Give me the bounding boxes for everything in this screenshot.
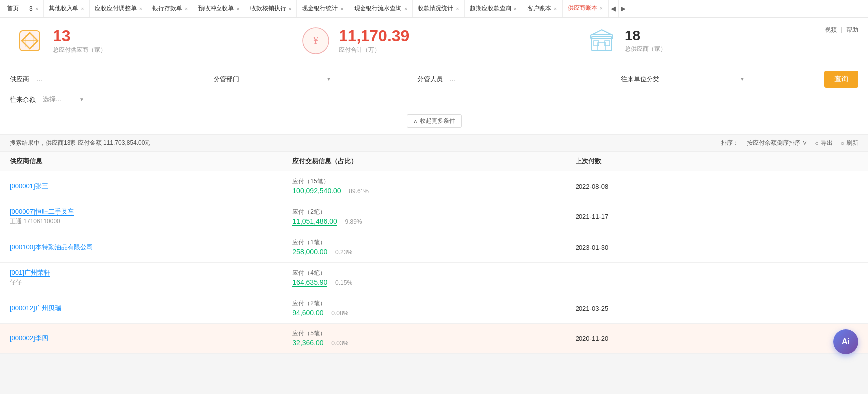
tx-amount-link[interactable]: 32,366.00 [292, 339, 323, 347]
nav-tab-bank-deposit[interactable]: 银行存款单 × [147, 0, 193, 18]
nav-tab-cash-bank-stats-label: 现金银行统计 [302, 4, 338, 13]
transaction-cell: 应付（1笔） 258,000.00 0.23% [292, 238, 575, 256]
svg-marker-13 [592, 30, 612, 35]
tx-pct: 0.15% [335, 279, 352, 286]
nav-arrow-right[interactable]: ▶ [618, 0, 628, 18]
nav-tab-customer-account-label: 客户账本 [527, 4, 551, 13]
nav-tab-overdue[interactable]: 超期应收款查询 × [465, 0, 522, 18]
supplier-link[interactable]: [000007]恒旺二手叉车 [10, 208, 74, 216]
transaction-cell: 应付（15笔） 100,092,540.00 89.61% [292, 177, 575, 195]
filter-balance: 往来余额 选择... ▼ [10, 93, 119, 106]
balance-select[interactable]: 选择... ▼ [40, 93, 119, 106]
export-icon: ○ [815, 140, 819, 147]
supplier-input[interactable] [34, 73, 206, 85]
balance-select-placeholder: 选择... [43, 95, 79, 104]
nav-tab-3-label: 3 [29, 5, 33, 12]
supplier-link[interactable]: [000002]李四 [10, 334, 48, 342]
header-stats: 13 总应付供应商（家） ¥ 11,170.39 应付合计（万） [0, 18, 868, 64]
col-header-transaction: 应付交易信息（占比） [292, 157, 575, 166]
supplier-link[interactable]: [000012]广州贝瑞 [10, 304, 61, 312]
nav-arrow-left[interactable]: ◀ [608, 0, 618, 18]
close-icon[interactable]: × [35, 6, 38, 12]
stat-number-amount: 11,170.39 [339, 28, 409, 44]
nav-tab-overdue-label: 超期应收款查询 [470, 4, 511, 13]
tx-amount-link[interactable]: 100,092,540.00 [292, 187, 341, 195]
nav-tab-home[interactable]: 首页 [2, 0, 24, 18]
filter-dept: 分管部门 ▼ [214, 74, 409, 84]
nav-tab-collection-exec[interactable]: 收款核销执行 × [245, 0, 297, 18]
nav-tab-prepay[interactable]: 预收冲应收单 × [193, 0, 245, 18]
close-icon[interactable]: × [289, 6, 291, 12]
stat-label-total-suppliers: 总供应商（家） [625, 45, 666, 53]
refresh-button[interactable]: ○ 刷新 [841, 139, 858, 147]
tx-pct: 0.23% [335, 249, 352, 256]
close-icon[interactable]: × [404, 6, 407, 12]
tx-amount-link[interactable]: 94,600.00 [292, 309, 323, 317]
tx-amount-link[interactable]: 164,635.90 [292, 278, 327, 287]
supplier-cell: [000012]广州贝瑞 [10, 304, 292, 313]
close-icon[interactable]: × [340, 6, 343, 12]
export-label: 导出 [821, 139, 833, 147]
nav-tab-other-income[interactable]: 其他收入单 × [44, 0, 89, 18]
close-icon[interactable]: × [514, 6, 517, 12]
transaction-cell: 应付（2笔） 11,051,486.00 9.89% [292, 208, 575, 226]
nav-tab-ap-adjust-label: 应收应付调整单 [95, 4, 137, 13]
tx-amount-row: 11,051,486.00 9.89% [292, 217, 575, 226]
svg-text:¥: ¥ [313, 34, 319, 46]
supplier-cell: [000002]李四 [10, 334, 292, 343]
person-input[interactable] [447, 73, 613, 85]
nav-tab-supplier-account[interactable]: 供应商账本 × [563, 0, 608, 18]
nav-tab-cash-bank-flow[interactable]: 现金银行流水查询 × [349, 0, 413, 18]
nav-tab-home-label: 首页 [7, 4, 19, 13]
supplier-link[interactable]: [000001]张三 [10, 182, 48, 190]
tx-amount-link[interactable]: 258,000.00 [292, 248, 327, 256]
close-icon[interactable]: × [456, 6, 459, 12]
close-icon[interactable]: × [236, 6, 239, 12]
supplier-table: 供应商信息 应付交易信息（占比） 上次付数 [000001]张三 应付（15笔）… [0, 152, 868, 354]
nav-tab-collection-stats[interactable]: 收款情况统计 × [413, 0, 464, 18]
collapse-button[interactable]: ∧ 收起更多条件 [407, 114, 462, 128]
transaction-cell: 应付（2笔） 94,600.00 0.08% [292, 299, 575, 317]
filter-category: 往来单位分类 ▼ [621, 74, 816, 84]
stat-block-amount: ¥ 11,170.39 应付合计（万） [286, 26, 572, 56]
sort-select[interactable]: 按应付余额倒序排序 ∨ [747, 139, 807, 147]
ai-button[interactable]: Ai [833, 329, 858, 354]
stat-number-total-suppliers: 18 [625, 29, 666, 43]
tx-label: 应付（1笔） [292, 238, 575, 247]
nav-tab-ap-adjust[interactable]: 应收应付调整单 × [90, 0, 147, 18]
tx-amount-link[interactable]: 11,051,486.00 [292, 217, 337, 226]
supplier-label: 供应商 [10, 75, 30, 84]
last-payment-cell: 2022-08-08 [576, 183, 858, 190]
refresh-label: 刷新 [846, 139, 858, 147]
sort-value: 按应付余额倒序排序 [747, 139, 800, 146]
close-icon[interactable]: × [185, 6, 188, 12]
supplier-link[interactable]: [001]广州荣轩 [10, 269, 50, 277]
stat-info-total-suppliers: 18 总供应商（家） [625, 29, 666, 53]
tx-label: 应付（4笔） [292, 269, 575, 277]
query-button[interactable]: 查询 [824, 71, 858, 88]
dept-select[interactable]: ▼ [243, 74, 409, 84]
close-icon[interactable]: × [81, 6, 84, 12]
supplier-link[interactable]: [000100]本特勤油品有限公司 [10, 243, 93, 251]
table-row: [000100]本特勤油品有限公司 应付（1笔） 258,000.00 0.23… [0, 232, 868, 263]
video-link[interactable]: 视频 [825, 26, 837, 34]
tx-pct: 0.08% [331, 310, 348, 317]
supplier-cell: [000100]本特勤油品有限公司 [10, 243, 292, 252]
table-body: [000001]张三 应付（15笔） 100,092,540.00 89.61%… [0, 171, 868, 354]
close-icon[interactable]: × [600, 5, 603, 11]
help-link[interactable]: 帮助 [846, 26, 858, 34]
nav-tab-cash-bank-stats[interactable]: 现金银行统计 × [297, 0, 349, 18]
nav-tab-customer-account[interactable]: 客户账本 × [522, 0, 562, 18]
nav-tab-3[interactable]: 3 × [24, 0, 44, 18]
supplier-cell: [000007]恒旺二手叉车 王通 17106110000 [10, 207, 292, 226]
category-select[interactable]: ▼ [663, 74, 816, 84]
close-icon[interactable]: × [554, 6, 557, 12]
supplier-cell: [001]广州荣轩 仔仔 [10, 268, 292, 287]
export-button[interactable]: ○ 导出 [815, 139, 833, 147]
stat-number-suppliers: 13 [53, 28, 106, 44]
tx-label: 应付（5笔） [292, 329, 575, 338]
tx-pct: 0.03% [331, 340, 348, 347]
close-icon[interactable]: × [139, 6, 142, 12]
filter-row-2: 往来余额 选择... ▼ [10, 93, 858, 106]
tx-amount-row: 100,092,540.00 89.61% [292, 187, 575, 195]
